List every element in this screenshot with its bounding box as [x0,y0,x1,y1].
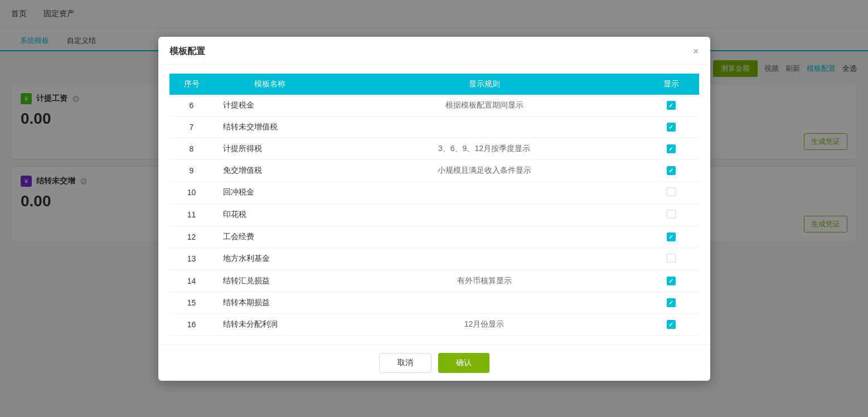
table-row: 16结转未分配利润12月份显示 [169,313,699,335]
cell-checkbox[interactable] [643,270,699,292]
cell-rule: 12月份显示 [326,313,643,335]
checkbox-icon[interactable] [667,298,676,307]
modal-body: 序号 模板名称 显示规则 显示 6计提税金根据模板配置期间显示7结转未交增值税8… [158,65,710,345]
cell-rule [326,181,643,203]
cell-seq: 16 [169,313,214,335]
modal-overlay: 模板配置 × 序号 模板名称 显示规则 显示 6计提税金根据模板配置期间显示7结… [0,0,868,417]
cell-name: 结转本期损益 [214,292,326,313]
table-row: 7结转未交增值税 [169,116,699,138]
table-row: 15结转本期损益 [169,292,699,313]
checkbox-icon[interactable] [667,277,676,285]
cell-checkbox[interactable] [643,203,699,226]
cell-name: 结转未交增值税 [214,116,326,138]
table-row: 6计提税金根据模板配置期间显示 [169,95,699,117]
cell-seq: 13 [169,248,214,270]
cell-rule: 小规模且满足收入条件显示 [326,159,643,181]
cell-checkbox[interactable] [643,116,699,138]
template-config-modal: 模板配置 × 序号 模板名称 显示规则 显示 6计提税金根据模板配置期间显示7结… [158,37,710,381]
cell-rule [326,226,643,248]
checkbox-icon[interactable] [667,320,676,329]
table-row: 8计提所得税3、6、9、12月按季度显示 [169,138,699,159]
cell-rule [326,203,643,226]
cell-checkbox[interactable] [643,248,699,270]
config-table: 序号 模板名称 显示规则 显示 6计提税金根据模板配置期间显示7结转未交增值税8… [169,74,699,336]
confirm-button[interactable]: 确认 [438,353,489,373]
cell-seq: 9 [169,159,214,181]
table-row: 12工会经费 [169,226,699,248]
cell-seq: 8 [169,138,214,159]
cell-seq: 11 [169,203,214,226]
checkbox-icon[interactable] [667,210,676,219]
col-header-rule: 显示规则 [326,74,643,95]
modal-footer: 取消 确认 [158,345,710,381]
modal-title: 模板配置 [169,46,205,57]
table-body: 6计提税金根据模板配置期间显示7结转未交增值税8计提所得税3、6、9、12月按季… [169,95,699,336]
cell-seq: 6 [169,95,214,117]
checkbox-icon[interactable] [667,123,676,132]
checkbox-icon[interactable] [667,187,676,196]
cell-name: 免交增值税 [214,159,326,181]
cell-checkbox[interactable] [643,138,699,159]
checkbox-icon[interactable] [667,166,676,175]
cell-checkbox[interactable] [643,226,699,248]
cell-name: 工会经费 [214,226,326,248]
cell-name: 地方水利基金 [214,248,326,270]
table-row: 11印花税 [169,203,699,226]
table-head: 序号 模板名称 显示规则 显示 [169,74,699,95]
cell-name: 计提所得税 [214,138,326,159]
checkbox-icon[interactable] [667,232,676,241]
cell-seq: 14 [169,270,214,292]
cell-rule: 有外币核算显示 [326,270,643,292]
modal-close-button[interactable]: × [693,46,699,56]
table-row: 14结转汇兑损益有外币核算显示 [169,270,699,292]
col-header-display: 显示 [643,74,699,95]
cancel-button[interactable]: 取消 [379,353,431,373]
table-row: 10回冲税金 [169,181,699,203]
cell-checkbox[interactable] [643,95,699,117]
cell-checkbox[interactable] [643,159,699,181]
cell-rule [326,116,643,138]
cell-checkbox[interactable] [643,313,699,335]
cell-checkbox[interactable] [643,181,699,203]
cell-name: 结转汇兑损益 [214,270,326,292]
cell-seq: 12 [169,226,214,248]
cell-rule: 3、6、9、12月按季度显示 [326,138,643,159]
table-row: 9免交增值税小规模且满足收入条件显示 [169,159,699,181]
cell-rule [326,292,643,313]
cell-checkbox[interactable] [643,292,699,313]
cell-name: 计提税金 [214,95,326,117]
checkbox-icon[interactable] [667,101,676,110]
table-row: 13地方水利基金 [169,248,699,270]
cell-rule: 根据模板配置期间显示 [326,95,643,117]
cell-seq: 10 [169,181,214,203]
cell-name: 印花税 [214,203,326,226]
cell-seq: 15 [169,292,214,313]
modal-header: 模板配置 × [158,37,710,65]
cell-name: 回冲税金 [214,181,326,203]
cell-rule [326,248,643,270]
cell-name: 结转未分配利润 [214,313,326,335]
checkbox-icon[interactable] [667,254,676,263]
col-header-seq: 序号 [169,74,214,95]
col-header-name: 模板名称 [214,74,326,95]
cell-seq: 7 [169,116,214,138]
checkbox-icon[interactable] [667,144,676,153]
